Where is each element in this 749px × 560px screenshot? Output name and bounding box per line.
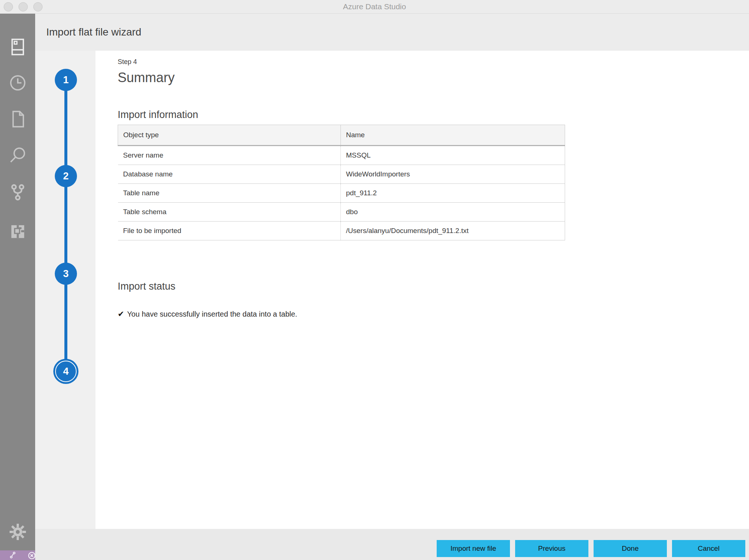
import-status-message: ✔You have successfully inserted the data… [118,310,297,318]
step-connector-line [64,80,67,371]
import-information-heading: Import information [118,109,198,121]
activity-bar [0,14,35,550]
import-wizard-dialog: Import flat file wizard 1 2 3 4 Step 4 S… [35,14,749,560]
cancel-button[interactable]: Cancel [672,540,745,557]
row-label: Table schema [118,203,341,222]
done-button[interactable]: Done [594,540,667,557]
import-status-heading: Import status [118,281,175,292]
row-label: File to be imported [118,222,341,240]
wizard-title: Import flat file wizard [46,14,141,51]
row-value: WideWorldImporters [341,165,565,184]
step-number: 4 [63,366,68,377]
sidebar-item-connections[interactable] [8,37,27,57]
window-title: Azure Data Studio [0,0,749,13]
wizard-content: Step 4 Summary Import information Object… [95,51,749,529]
connections-icon [8,37,27,57]
sidebar-item-source-control[interactable] [8,182,27,202]
titlebar: Azure Data Studio [0,0,749,14]
settings-gear-icon [8,522,27,542]
errors-icon[interactable] [27,551,35,560]
sidebar-item-search[interactable] [8,145,27,165]
table-row: File to be imported /Users/alanyu/Docume… [118,222,565,240]
row-label: Server name [118,146,341,165]
step-number: 2 [63,171,68,182]
footer-button-row: Import new file Previous Done Cancel [437,540,745,557]
step-indicator-3: 3 [55,263,77,285]
row-label: Table name [118,184,341,203]
history-icon [8,73,27,92]
import-information-table: Object type Name Server name MSSQL Datab… [118,125,565,240]
table-row: Table name pdt_911.2 [118,184,565,203]
sidebar-item-extensions[interactable] [8,221,27,240]
row-label: Database name [118,165,341,184]
row-value: MSSQL [341,146,565,165]
branch-icon[interactable] [9,551,17,560]
table-header-row: Object type Name [118,125,565,146]
status-text: You have successfully inserted the data … [127,310,298,318]
wizard-footer: Import new file Previous Done Cancel [35,529,749,560]
import-new-file-button[interactable]: Import new file [437,540,510,557]
status-bar [0,550,35,560]
previous-button[interactable]: Previous [515,540,588,557]
column-header-name: Name [341,125,565,146]
row-value: dbo [341,203,565,222]
page-title: Summary [118,70,175,85]
wizard-header: Import flat file wizard [35,14,749,51]
extensions-icon [8,221,27,240]
step-indicator-1: 1 [55,69,77,91]
sidebar-item-files[interactable] [8,109,27,129]
source-control-icon [8,183,27,202]
step-label: Step 4 [118,58,137,66]
table-row: Database name WideWorldImporters [118,165,565,184]
azure-data-studio-window: Azure Data Studio [0,0,749,560]
table-row: Table schema dbo [118,203,565,222]
step-number: 3 [63,268,68,280]
table-row: Server name MSSQL [118,146,565,165]
step-indicator-2: 2 [55,165,77,187]
sidebar-item-history[interactable] [8,73,27,92]
row-value: /Users/alanyu/Documents/pdt_911.2.txt [341,222,565,240]
search-icon [8,145,27,165]
settings-button[interactable] [8,522,27,542]
check-icon: ✔ [118,310,124,318]
column-header-object-type: Object type [118,125,341,146]
row-value: pdt_911.2 [341,184,565,203]
step-number: 1 [63,74,68,86]
step-indicator-4-active: 4 [53,359,78,384]
file-icon [8,109,27,129]
